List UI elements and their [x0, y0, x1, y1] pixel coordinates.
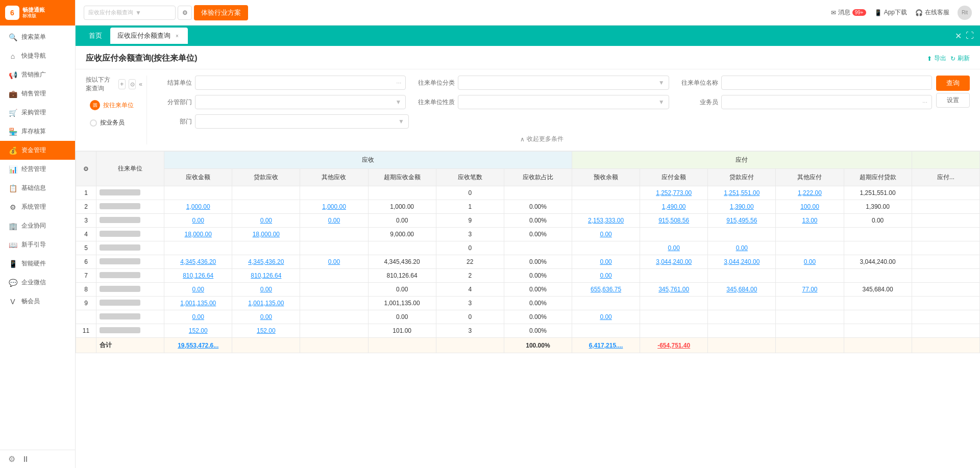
cell-ap-loan[interactable]: 0.00 — [708, 241, 776, 255]
cell-ar-loan[interactable]: 0.00 — [232, 283, 300, 297]
sidebar-item-warehouse[interactable]: 🏪库存核算 — [0, 122, 75, 141]
cell-ar-other[interactable] — [300, 241, 368, 255]
sidebar-item-quick-nav[interactable]: ⌂快捷导航 — [0, 46, 75, 65]
cell-ap-other[interactable] — [776, 310, 844, 324]
sidebar-item-basic[interactable]: 📋基础信息 — [0, 179, 75, 198]
cell-ap-amount[interactable] — [640, 310, 708, 324]
cell-ar-loan[interactable] — [232, 200, 300, 214]
cell-ar-amount[interactable]: 0.00 — [164, 283, 232, 297]
cell-ar-loan[interactable] — [232, 186, 300, 200]
cell-ar-amount[interactable] — [164, 186, 232, 200]
online-service-item[interactable]: 🎧 在线客服 — [915, 8, 949, 17]
cell-ap-amount[interactable] — [640, 228, 708, 241]
cell-ap-amount[interactable]: 1,252,773.00 — [640, 186, 708, 200]
close-window-icon[interactable]: ✕ — [955, 31, 962, 41]
cell-ar-other[interactable] — [300, 283, 368, 297]
cell-ar-prepay[interactable]: 0.00 — [572, 255, 640, 269]
cell-ap-other[interactable]: 100.00 — [776, 200, 844, 214]
user-info[interactable]: Rit — [958, 6, 972, 20]
add-scheme-btn[interactable]: + — [118, 79, 126, 89]
cell-ar-other[interactable]: 0.00 — [300, 214, 368, 228]
cell-ar-prepay[interactable]: 0.00 — [572, 310, 640, 324]
cell-ar-prepay[interactable] — [572, 297, 640, 310]
refresh-button[interactable]: ↻ 刷新 — [950, 54, 970, 63]
settings-bottom-icon[interactable]: ⚙ — [8, 454, 15, 464]
wlxz-input[interactable]: ▼ — [458, 95, 669, 109]
wlname-input[interactable] — [721, 76, 932, 90]
cell-ap-other[interactable]: 77.00 — [776, 283, 844, 297]
sidebar-item-marketing[interactable]: 📢营销推广 — [0, 65, 75, 84]
cell-ar-amount[interactable]: 152.00 — [164, 324, 232, 338]
cell-ar-other[interactable]: 0.00 — [300, 255, 368, 269]
cell-ap-other[interactable] — [776, 241, 844, 255]
total-ar-prepay[interactable]: 6,417,215.... — [572, 338, 640, 353]
sidebar-item-wechat[interactable]: 💬企业微信 — [0, 273, 75, 292]
sidebar-item-search[interactable]: 🔍搜索菜单 — [0, 28, 75, 46]
tab-query[interactable]: 应收应付余额查询 × — [110, 28, 188, 44]
cell-ap-loan[interactable]: 3,044,240.00 — [708, 255, 776, 269]
bm-input[interactable]: ▼ — [195, 114, 409, 129]
settings-scheme-btn[interactable]: ⊙ — [129, 79, 136, 89]
cell-ap-loan[interactable]: 1,251,551.00 — [708, 186, 776, 200]
cell-ar-other[interactable] — [300, 297, 368, 310]
cell-ar-prepay[interactable] — [572, 241, 640, 255]
total-ap-amount[interactable]: -654,751.40 — [640, 338, 708, 353]
fgbm-input[interactable]: ▼ — [195, 95, 406, 109]
sidebar-item-member[interactable]: V畅会员 — [0, 292, 75, 311]
cell-ar-loan[interactable] — [232, 241, 300, 255]
sidebar-item-guide[interactable]: 📖新手引导 — [0, 235, 75, 254]
sidebar-item-system[interactable]: ⚙系统管理 — [0, 198, 75, 216]
cell-ap-amount[interactable] — [640, 324, 708, 338]
query-type-staff[interactable]: 按业务员 — [86, 115, 142, 130]
gear-button[interactable]: ⚙ — [178, 6, 192, 20]
cell-ap-amount[interactable]: 1,490.00 — [640, 200, 708, 214]
cell-ap-amount[interactable] — [640, 269, 708, 283]
cell-ar-prepay[interactable] — [572, 200, 640, 214]
cell-ap-other[interactable] — [776, 297, 844, 310]
tab-home[interactable]: 首页 — [82, 28, 109, 44]
cell-ar-other[interactable] — [300, 186, 368, 200]
cell-ar-prepay[interactable]: 0.00 — [572, 269, 640, 283]
sidebar-item-operation[interactable]: 📊经营管理 — [0, 160, 75, 179]
cell-ar-amount[interactable]: 1,001,135.00 — [164, 297, 232, 310]
cell-ap-loan[interactable] — [708, 310, 776, 324]
th-settings[interactable]: ⚙ — [76, 152, 96, 186]
tab-close-icon[interactable]: × — [174, 32, 181, 39]
cell-ar-loan[interactable]: 1,001,135.00 — [232, 297, 300, 310]
query-button[interactable]: 查询 — [936, 76, 970, 91]
total-ar-amount[interactable]: 19,553,472.6... — [164, 338, 232, 353]
cell-ar-amount[interactable]: 0.00 — [164, 214, 232, 228]
messages-item[interactable]: ✉ 消息 99+ — [831, 8, 866, 17]
cell-ar-other[interactable] — [300, 324, 368, 338]
cell-ar-other[interactable]: 1,000.00 — [300, 200, 368, 214]
cell-ar-prepay[interactable]: 655,636.75 — [572, 283, 640, 297]
cell-ap-other[interactable] — [776, 269, 844, 283]
cell-ar-loan[interactable]: 0.00 — [232, 310, 300, 324]
cell-ap-other[interactable] — [776, 228, 844, 241]
cell-ar-prepay[interactable]: 0.00 — [572, 228, 640, 241]
cell-ap-other[interactable]: 13.00 — [776, 214, 844, 228]
wlfl-input[interactable]: ▼ — [458, 76, 669, 90]
setting-button[interactable]: 设置 — [936, 93, 970, 108]
cell-ap-loan[interactable]: 345,684.00 — [708, 283, 776, 297]
cell-ap-other[interactable]: 1,222.00 — [776, 186, 844, 200]
cell-ap-loan[interactable]: 915,495.56 — [708, 214, 776, 228]
collapse-btn[interactable]: ∧ 收起更多条件 — [151, 134, 932, 144]
cell-ap-loan[interactable] — [708, 324, 776, 338]
cell-ar-loan[interactable]: 18,000.00 — [232, 228, 300, 241]
query-type-partner[interactable]: 圆 按往来单位 — [86, 97, 142, 113]
collapse-scheme-btn[interactable]: « — [139, 81, 142, 88]
cell-ap-loan[interactable] — [708, 269, 776, 283]
app-download-item[interactable]: 📱 App下载 — [874, 8, 907, 17]
cell-ar-other[interactable] — [300, 269, 368, 283]
cell-ar-amount[interactable]: 1,000.00 — [164, 200, 232, 214]
cell-ar-loan[interactable]: 810,126.64 — [232, 269, 300, 283]
cell-ar-amount[interactable]: 18,000.00 — [164, 228, 232, 241]
cell-ar-prepay[interactable] — [572, 186, 640, 200]
solution-button[interactable]: 体验行业方案 — [194, 5, 248, 20]
cell-ap-amount[interactable] — [640, 297, 708, 310]
cell-ar-amount[interactable]: 810,126.64 — [164, 269, 232, 283]
cell-ar-other[interactable] — [300, 310, 368, 324]
cell-ar-amount[interactable]: 0.00 — [164, 310, 232, 324]
cell-ap-amount[interactable]: 915,508.56 — [640, 214, 708, 228]
